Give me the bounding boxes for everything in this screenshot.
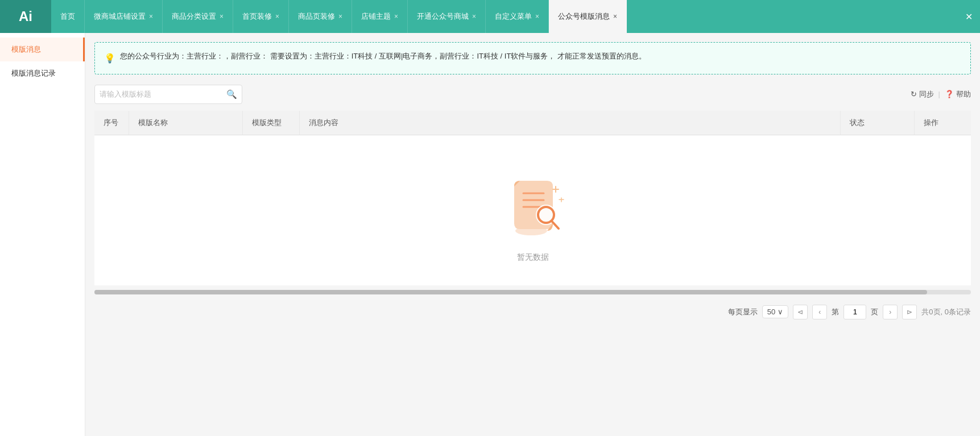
- sidebar-item-template-msg[interactable]: 模版消息: [0, 38, 85, 61]
- page-total: 共0页, 0条记录: [921, 307, 971, 317]
- empty-text: 暂无数据: [94, 252, 971, 263]
- chevron-down-icon: ∨: [778, 308, 783, 316]
- sidebar: 模版消息模版消息记录: [0, 33, 85, 436]
- col-header-action: 操作: [914, 111, 971, 135]
- toolbar-right: ↻ 同步 | ❓ 帮助: [911, 89, 971, 99]
- col-header-name: 模版名称: [129, 111, 242, 135]
- nav-tab-home[interactable]: 首页: [51, 0, 85, 33]
- notice-content: 您的公众号行业为：主营行业：，副营行业： 需要设置为：主营行业：IT科技 / 互…: [120, 51, 646, 63]
- page-word-before: 第: [832, 307, 839, 317]
- nav-tab-shop-settings[interactable]: 微商城店铺设置×: [85, 0, 163, 33]
- page-size-select[interactable]: 50 ∨: [762, 305, 788, 318]
- col-header-content: 消息内容: [299, 111, 840, 135]
- search-input-wrap[interactable]: 🔍: [94, 85, 242, 104]
- logo: Ai: [0, 0, 51, 33]
- prev-page-button[interactable]: ‹: [812, 305, 827, 319]
- content-area: 💡 您的公众号行业为：主营行业：，副营行业： 需要设置为：主营行业：IT科技 /…: [85, 33, 980, 436]
- empty-state: 暂无数据: [94, 135, 971, 285]
- main-layout: 模版消息模版消息记录 💡 您的公众号行业为：主营行业：，副营行业： 需要设置为：…: [0, 33, 980, 436]
- sync-button[interactable]: ↻ 同步: [911, 89, 934, 99]
- empty-row: 暂无数据: [94, 135, 971, 285]
- divider: |: [938, 90, 940, 98]
- nav-tab-home-decor[interactable]: 首页装修×: [233, 0, 289, 33]
- notice-box: 💡 您的公众号行业为：主营行业：，副营行业： 需要设置为：主营行业：IT科技 /…: [94, 42, 971, 74]
- next-page-button[interactable]: ›: [883, 305, 898, 319]
- page-word-after: 页: [871, 307, 878, 317]
- close-tab-category-settings-button[interactable]: ×: [220, 13, 224, 20]
- close-tab-shop-settings-button[interactable]: ×: [149, 13, 153, 20]
- table-body: 暂无数据: [94, 135, 971, 285]
- horizontal-scrollbar[interactable]: [94, 290, 971, 294]
- nav-tab-template-msg[interactable]: 公众号模版消息×: [549, 0, 627, 33]
- col-header-seq: 序号: [94, 111, 129, 135]
- close-tab-store-theme-button[interactable]: ×: [394, 13, 398, 20]
- close-tab-product-decor-button[interactable]: ×: [338, 13, 342, 20]
- close-tab-custom-menu-button[interactable]: ×: [535, 13, 539, 20]
- close-all-tabs-button[interactable]: ✕: [957, 0, 980, 33]
- close-tab-open-mall-button[interactable]: ×: [472, 13, 476, 20]
- empty-illustration: [496, 169, 570, 243]
- nav-tabs: 首页微商城店铺设置×商品分类设置×首页装修×商品页装修×店铺主题×开通公众号商城…: [51, 0, 957, 33]
- nav-tab-store-theme[interactable]: 店铺主题×: [352, 0, 408, 33]
- page-size-value: 50: [767, 308, 775, 316]
- close-tab-template-msg-button[interactable]: ×: [613, 13, 617, 20]
- last-page-button[interactable]: ⊳: [902, 305, 917, 319]
- bulb-icon: 💡: [104, 51, 115, 66]
- search-bar: 🔍 ↻ 同步 | ❓ 帮助: [94, 85, 971, 104]
- page-size-label: 每页显示: [728, 307, 758, 317]
- scrollbar-thumb[interactable]: [94, 290, 927, 294]
- nav-tab-custom-menu[interactable]: 自定义菜单×: [486, 0, 549, 33]
- nav-tab-category-settings[interactable]: 商品分类设置×: [163, 0, 233, 33]
- sync-icon: ↻: [911, 90, 917, 98]
- current-page-input[interactable]: [843, 305, 866, 319]
- first-page-button[interactable]: ⊲: [793, 305, 808, 319]
- col-header-status: 状态: [840, 111, 914, 135]
- nav-tab-product-decor[interactable]: 商品页装修×: [289, 0, 352, 33]
- table-header: 序号模版名称模版类型消息内容状态操作: [94, 111, 971, 135]
- help-icon: ❓: [945, 90, 954, 98]
- data-table: 序号模版名称模版类型消息内容状态操作: [94, 111, 971, 285]
- col-header-type: 模版类型: [242, 111, 299, 135]
- search-icon[interactable]: 🔍: [226, 89, 237, 99]
- pagination: 每页显示 50 ∨ ⊲ ‹ 第 页 › ⊳ 共0页, 0条记录: [94, 299, 971, 325]
- search-input[interactable]: [100, 90, 224, 98]
- nav-tab-open-mall[interactable]: 开通公众号商城×: [408, 0, 486, 33]
- close-tab-home-decor-button[interactable]: ×: [275, 13, 279, 20]
- table-header-row: 序号模版名称模版类型消息内容状态操作: [94, 111, 971, 135]
- top-nav: Ai 首页微商城店铺设置×商品分类设置×首页装修×商品页装修×店铺主题×开通公众…: [0, 0, 980, 33]
- sidebar-item-template-msg-log[interactable]: 模版消息记录: [0, 61, 85, 85]
- help-button[interactable]: ❓ 帮助: [945, 89, 971, 99]
